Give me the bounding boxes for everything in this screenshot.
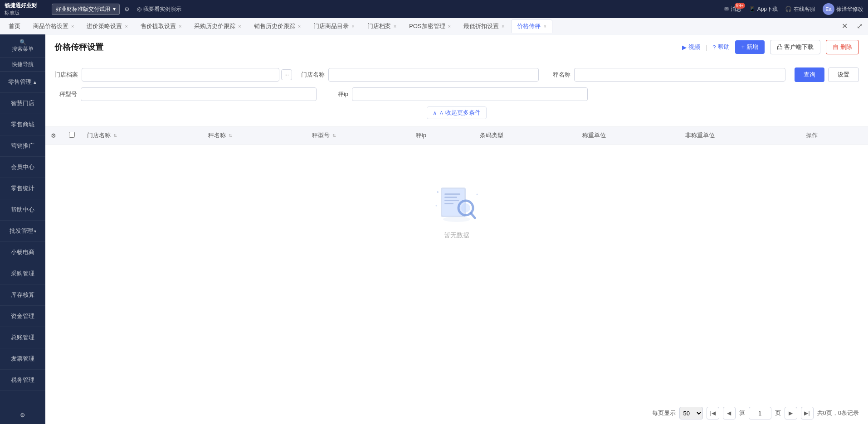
sidebar-item-capital-mgmt[interactable]: 资金管理 — [0, 306, 45, 327]
sidebar-item-invoice-mgmt[interactable]: 发票管理 — [0, 348, 45, 370]
video-label: 视频 — [688, 43, 700, 51]
sidebar-item-wholesale-mgmt[interactable]: 批发管理 ▾ — [0, 221, 45, 242]
table-header: ⚙ 门店名称 ⇅ 秤名称 ⇅ 秤型号 — [45, 127, 868, 145]
sidebar-item-retail-mgmt[interactable]: 零售管理 ▲ — [0, 72, 45, 93]
sort-store-name-icon[interactable]: ⇅ — [113, 133, 117, 138]
sidebar-quick-nav[interactable]: 快捷导航 — [0, 58, 45, 72]
sidebar-item-purchase-mgmt[interactable]: 采购管理 — [0, 263, 45, 284]
tab-goods-price-close[interactable]: × — [71, 24, 74, 29]
sidebar-inventory-label: 库存核算 — [11, 291, 34, 299]
add-button[interactable]: + 新增 — [735, 40, 765, 54]
add-label: + 新增 — [741, 43, 758, 51]
tab-sale-price[interactable]: 售价提取设置 × — [135, 19, 187, 33]
tab-home-label: 首页 — [9, 22, 20, 30]
tab-store-archive-close[interactable]: × — [394, 24, 396, 29]
store-name-field: 门店名称 — [301, 68, 539, 82]
svg-rect-4 — [444, 197, 457, 198]
play-icon: ▶ — [682, 44, 687, 51]
store-archive-input-group: ··· — [82, 68, 292, 82]
tab-purchase-strategy[interactable]: 进价策略设置 × — [81, 19, 133, 33]
scale-model-input[interactable] — [81, 87, 317, 101]
first-page-btn[interactable]: |◀ — [707, 407, 719, 419]
tab-store-catalog-close[interactable]: × — [351, 24, 354, 29]
scale-name-label: 秤名称 — [548, 71, 571, 79]
sidebar-item-help-center[interactable]: 帮助中心 — [0, 199, 45, 221]
gear-icon: ⚙ — [20, 412, 25, 419]
tab-sale-history-close[interactable]: × — [298, 24, 301, 29]
scale-ip-input[interactable] — [352, 87, 588, 101]
online-service-label: 在线客服 — [794, 5, 815, 13]
user-menu[interactable]: Ea 徐泽华修改 — [823, 3, 863, 15]
online-service-button[interactable]: 🎧 在线客服 — [785, 5, 815, 13]
search-icon: 🔍 — [20, 39, 26, 45]
prev-page-btn[interactable]: ◀ — [723, 407, 736, 419]
form-row-2: 秤型号 秤ip — [54, 87, 859, 101]
tab-pos-management-label: POS加密管理 — [409, 22, 445, 30]
last-page-btn[interactable]: ▶| — [801, 407, 814, 419]
help-link[interactable]: ? 帮助 — [712, 43, 729, 51]
tab-store-archive[interactable]: 门店档案 × — [361, 19, 402, 33]
sidebar-item-inventory[interactable]: 库存核算 — [0, 284, 45, 306]
delete-button[interactable]: 自 删除 — [826, 40, 859, 54]
divider: | — [706, 44, 707, 51]
next-page-btn[interactable]: ▶ — [785, 407, 797, 419]
sidebar-item-ecommerce[interactable]: 小畅电商 — [0, 242, 45, 263]
svg-point-8 — [461, 203, 470, 212]
select-all-checkbox[interactable] — [69, 132, 75, 138]
tab-min-discount-close[interactable]: × — [502, 24, 504, 29]
store-name-input[interactable] — [328, 68, 539, 82]
sidebar-item-tax-mgmt[interactable]: 税务管理 — [0, 370, 45, 391]
per-page-select[interactable]: 50 20 100 — [679, 407, 703, 419]
page-title-row: 价格传秤设置 ▶ 视频 | ? 帮助 + 新增 凸 客户端下载 — [54, 40, 859, 54]
set-button[interactable]: 设置 — [828, 67, 859, 82]
tab-sale-price-close[interactable]: × — [179, 24, 181, 29]
video-link[interactable]: ▶ 视频 — [682, 43, 700, 51]
tab-price-scale[interactable]: 价格传秤 × — [511, 19, 552, 33]
message-button[interactable]: ✉ 消息 99+ — [724, 5, 741, 13]
tab-purchase-strategy-close[interactable]: × — [125, 24, 127, 29]
th-scale-name-label: 秤名称 — [208, 132, 226, 139]
settings-icon-btn[interactable]: ⚙ — [122, 4, 132, 14]
sort-scale-model-icon[interactable]: ⇅ — [332, 133, 336, 138]
sidebar-settings-btn[interactable]: ⚙ — [0, 406, 45, 424]
set-label: 设置 — [838, 71, 849, 79]
tab-goods-price[interactable]: 商品价格设置 × — [27, 19, 80, 33]
sort-scale-name-icon[interactable]: ⇅ — [229, 133, 232, 138]
sidebar-item-retail-shop[interactable]: 零售商城 — [0, 114, 45, 135]
download-button[interactable]: 凸 客户端下载 — [770, 40, 821, 54]
sidebar-bottom: ⚙ — [0, 406, 45, 424]
collapse-button[interactable]: ∧ ∧ 收起更多条件 — [427, 106, 487, 119]
tab-purchase-history[interactable]: 采购历史价跟踪 × — [188, 19, 247, 33]
version-select[interactable]: 好业财标准版交付试用 ▾ — [52, 4, 120, 15]
sidebar-item-ledger[interactable]: 总账管理 — [0, 327, 45, 348]
tab-sale-history[interactable]: 销售历史价跟踪 × — [248, 19, 307, 33]
sidebar-search[interactable]: 🔍 搜索菜单 — [0, 34, 45, 58]
logo-line1: 畅捷通好业财 — [5, 2, 37, 10]
page-number-input[interactable] — [749, 407, 771, 419]
th-store-name-label: 门店名称 — [87, 132, 111, 139]
tab-store-catalog[interactable]: 门店商品目录 × — [307, 19, 360, 33]
scale-name-input[interactable] — [574, 68, 785, 82]
tab-maximize[interactable]: ⤢ — [854, 21, 865, 31]
demo-button[interactable]: ◎ 我要看实例演示 — [137, 5, 181, 13]
tab-close-current[interactable]: ✕ — [839, 21, 850, 31]
tab-home[interactable]: 首页 — [3, 19, 26, 33]
page-unit-label: 页 — [775, 409, 781, 417]
sidebar-item-marketing[interactable]: 营销推广 — [0, 135, 45, 157]
tab-min-discount[interactable]: 最低折扣设置 × — [458, 19, 510, 33]
sidebar-item-member-center[interactable]: 会员中心 — [0, 157, 45, 178]
th-scale-model: 秤型号 ⇅ — [307, 127, 410, 145]
store-archive-dots-btn[interactable]: ··· — [281, 69, 292, 80]
app-download-button[interactable]: 📱 App下载 — [749, 5, 778, 13]
store-archive-input[interactable] — [82, 68, 279, 82]
table-container: ⚙ 门店名称 ⇅ 秤名称 ⇅ 秤型号 — [45, 127, 868, 402]
query-button[interactable]: 查询 — [795, 67, 824, 82]
tab-price-scale-close[interactable]: × — [543, 24, 546, 29]
sidebar-item-retail-stats[interactable]: 零售统计 — [0, 178, 45, 199]
tab-purchase-history-close[interactable]: × — [238, 24, 241, 29]
sidebar-item-smart-store[interactable]: 智慧门店 — [0, 93, 45, 114]
tab-pos-management[interactable]: POS加密管理 × — [403, 19, 457, 33]
th-checkbox[interactable] — [63, 127, 82, 145]
th-settings[interactable]: ⚙ — [45, 127, 63, 145]
tab-pos-management-close[interactable]: × — [448, 24, 451, 29]
